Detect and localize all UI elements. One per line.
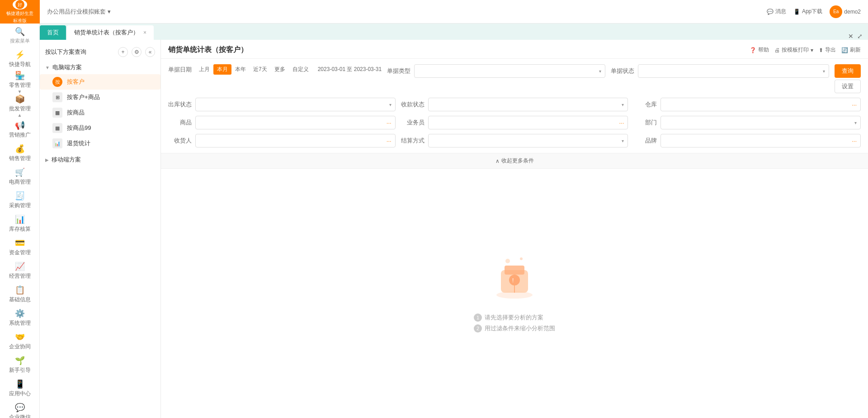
add-scheme-btn[interactable]: + <box>118 47 128 57</box>
sidebar-logo[interactable]: 好 畅捷通好生意 标准版 <box>0 0 40 24</box>
sidebar-purchase-label: 采购管理 <box>9 202 31 209</box>
sidebar-item-marketing[interactable]: 📢 营销推广 <box>0 118 39 141</box>
brand-input[interactable]: ··· <box>660 134 861 147</box>
sidebar-item-inventory[interactable]: 📊 库存核算 <box>0 212 39 235</box>
out-status-label: 出库状态 <box>168 100 192 109</box>
settings-scheme-btn[interactable]: ⚙ <box>132 47 142 57</box>
sidebar-item-wholesale[interactable]: 📦 批发管理 ▲ <box>0 94 39 118</box>
sidebar-item-sales[interactable]: 💰 销售管理 <box>0 141 39 165</box>
date-range: 2023-03-01 至 2023-03-31 <box>318 66 382 73</box>
empty-illustration: ! <box>487 252 542 306</box>
warehouse-input[interactable]: ··· <box>660 98 861 111</box>
search-icon: 🔍 <box>15 27 25 37</box>
print-dropdown-icon: ▾ <box>811 47 813 53</box>
collapse-panel-btn[interactable]: « <box>145 47 155 57</box>
out-status-filter: 出库状态 ▾ <box>168 98 396 111</box>
refresh-btn[interactable]: 🔄 刷新 <box>841 46 861 54</box>
settings-btn[interactable]: 设置 <box>835 80 861 93</box>
tree-item-by-goods[interactable]: ▦ 按商品 <box>40 105 160 120</box>
tab-home[interactable]: 首页 <box>40 25 66 40</box>
header-left: 办公用品行业模拟账套 ▾ <box>47 8 111 16</box>
sidebar-item-quicknav[interactable]: ⚡ 快捷导航 <box>0 47 39 71</box>
dept-select[interactable]: ▾ <box>660 116 861 129</box>
main-area: 办公用品行业模拟账套 ▾ 💬 消息 📱 App下载 Ea demo2 首页 销货… <box>40 0 868 418</box>
close-all-icon[interactable]: ✕ <box>846 33 855 40</box>
collapse-label: 收起更多条件 <box>501 157 534 165</box>
sidebar-item-newbie[interactable]: 🌱 新手引导 <box>0 353 39 376</box>
template-print-btn[interactable]: 🖨 按模板打印 ▾ <box>774 46 813 54</box>
date-btn-this-month[interactable]: 本月 <box>213 64 231 75</box>
salesman-label: 业务员 <box>401 119 425 127</box>
settlement-select[interactable]: ▾ <box>428 134 628 147</box>
message-label: 消息 <box>775 8 786 15</box>
date-filter: 单据日期 上月 本月 本年 近7天 更多 自定义 2023-03-01 至 20… <box>168 64 382 75</box>
goods-input[interactable]: ··· <box>195 116 396 129</box>
voucher-status-select[interactable]: ▾ <box>638 64 829 78</box>
by-customer-goods-label: 按客户+商品 <box>67 93 100 101</box>
page-title: 销货单统计表（按客户） <box>168 45 248 55</box>
sidebar-item-ecommerce[interactable]: 🛒 电商管理 <box>0 165 39 188</box>
user-profile[interactable]: Ea demo2 <box>830 5 861 18</box>
sidebar-item-retail[interactable]: 🏪 零售管理 ▼ <box>0 71 39 94</box>
help-btn[interactable]: ❓ 帮助 <box>750 46 769 54</box>
collapse-bar[interactable]: ∧ 收起更多条件 <box>161 153 868 169</box>
sidebar-item-purchase[interactable]: 🧾 采购管理 <box>0 188 39 212</box>
by-goods-99-icon: ▦ <box>52 123 62 133</box>
voucher-type-arrow-icon: ▾ <box>599 69 601 74</box>
tab-sales-stat[interactable]: 销货单统计表（按客户） × <box>67 25 154 40</box>
tree-group-mobile[interactable]: ▶ 移动端方案 <box>40 153 160 166</box>
sidebar-item-wechat[interactable]: 💬 企业微信 <box>0 400 39 418</box>
query-btn[interactable]: 查询 <box>835 64 861 78</box>
sidebar-item-system[interactable]: ⚙️ 系统管理 <box>0 306 39 329</box>
message-btn[interactable]: 💬 消息 <box>767 8 786 15</box>
sales-icon: 💰 <box>15 144 25 154</box>
sidebar-wechat-label: 企业微信 <box>9 413 31 418</box>
dept-label: 部门 <box>633 119 657 127</box>
operation-icon: 📈 <box>15 261 25 271</box>
date-btn-7days[interactable]: 近7天 <box>250 64 271 75</box>
sidebar-item-enterprise[interactable]: 🤝 企业协同 <box>0 329 39 353</box>
warehouse-label: 仓库 <box>633 100 657 109</box>
brand-filter: 品牌 ··· <box>633 134 861 147</box>
tree-group-desktop[interactable]: ▼ 电脑端方案 <box>40 61 160 74</box>
expand-icon[interactable]: ⤢ <box>855 33 864 40</box>
company-selector[interactable]: 办公用品行业模拟账套 ▾ <box>47 8 111 16</box>
app-download-btn[interactable]: 📱 App下载 <box>793 8 822 15</box>
salesman-input[interactable]: ··· <box>428 116 628 129</box>
export-btn[interactable]: ⬆ 导出 <box>819 46 836 54</box>
sidebar-item-search[interactable]: 🔍 搜索菜单 <box>0 24 39 47</box>
date-options: 上月 本月 本年 近7天 更多 自定义 <box>195 64 312 75</box>
date-btn-last-month[interactable]: 上月 <box>195 64 213 75</box>
consignee-input[interactable]: ··· <box>195 134 396 147</box>
sidebar: 好 畅捷通好生意 标准版 🔍 搜索菜单 ⚡ 快捷导航 🏪 零售管理 ▼ 📦 批发… <box>0 0 40 418</box>
tab-close-icon[interactable]: × <box>143 29 146 36</box>
enterprise-icon: 🤝 <box>15 332 25 342</box>
tree-group-mobile-label: 移动端方案 <box>52 156 81 164</box>
out-status-arrow-icon: ▾ <box>389 102 392 107</box>
sidebar-operation-label: 经营管理 <box>9 272 31 280</box>
voucher-type-select[interactable]: ▾ <box>414 64 605 78</box>
tree-item-return-stat[interactable]: 📊 退货统计 <box>40 136 160 151</box>
sidebar-item-basic[interactable]: 📋 基础信息 <box>0 282 39 306</box>
collapse-arrow-icon: ∧ <box>495 158 500 164</box>
by-goods-icon: ▦ <box>52 108 62 118</box>
receipt-status-select[interactable]: ▾ <box>428 98 628 111</box>
left-panel-tools: + ⚙ « <box>118 47 155 57</box>
sidebar-item-appcenter[interactable]: 📱 应用中心 <box>0 376 39 400</box>
tree-item-by-goods-99[interactable]: ▦ 按商品99 <box>40 120 160 136</box>
date-btn-more[interactable]: 更多 <box>271 64 289 75</box>
out-status-select[interactable]: ▾ <box>195 98 396 111</box>
chevron-up-icon: ▲ <box>18 113 22 118</box>
app-download-label: App下载 <box>802 8 822 15</box>
voucher-status-label: 单据状态 <box>611 67 634 75</box>
sidebar-item-finance[interactable]: 💳 资金管理 <box>0 235 39 259</box>
tab-sales-stat-label: 销货单统计表（按客户） <box>74 28 139 37</box>
date-btn-custom[interactable]: 自定义 <box>289 64 312 75</box>
date-btn-this-year[interactable]: 本年 <box>231 64 250 75</box>
goods-filter: 商品 ··· <box>168 116 396 129</box>
tree-expand-icon: ▼ <box>45 65 50 70</box>
tree-item-by-customer-goods[interactable]: ⊞ 按客户+商品 <box>40 90 160 105</box>
sidebar-item-operation[interactable]: 📈 经营管理 <box>0 259 39 282</box>
tree-item-by-customer[interactable]: 按 按客户 <box>40 74 160 90</box>
content-area: 按以下方案查询 + ⚙ « ▼ 电脑端方案 按 按客户 ⊞ 按客户+商品 <box>40 40 868 418</box>
